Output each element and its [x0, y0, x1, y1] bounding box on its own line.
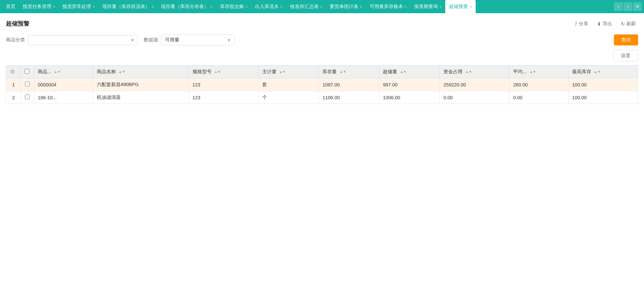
nav-item-home[interactable]: 首页 [2, 0, 19, 13]
category-filter-group: 商品分类 ▾ [6, 35, 138, 45]
col-unit[interactable]: 主计量 ▲▼ [258, 66, 319, 78]
row-checkbox[interactable] [25, 82, 30, 86]
nav-item-overstock[interactable]: 超储预警 × [445, 0, 475, 13]
unit: 个 [258, 91, 319, 104]
datasource-label: 数据源 [144, 37, 158, 43]
sort-icon-spec: ▲▼ [214, 70, 221, 74]
data-table: ⚙ 商品... ▲▼ 商品名称 ▲▼ 规格型号 ▲▼ 主计 [6, 65, 638, 104]
table-header-row: ⚙ 商品... ▲▼ 商品名称 ▲▼ 规格型号 ▲▼ 主计 [6, 66, 638, 78]
table-body: 1 0000004 六配套新昌490BPG 123 套 1097.00 997.… [6, 78, 638, 104]
sort-icon-max-stock: ▲▼ [594, 70, 601, 74]
stock: 1097.00 [319, 78, 379, 91]
filter-row: 商品分类 ▾ 数据源 可用量 ▾ 查询 [6, 34, 638, 45]
filter-actions: 查询 [614, 34, 638, 45]
row-checkbox[interactable] [25, 94, 30, 99]
nav-item-batch[interactable]: 库存批次账 × [216, 0, 251, 13]
col-overstock[interactable]: 超储量 ▲▼ [379, 66, 440, 78]
overstock: 1006.00 [379, 91, 440, 104]
share-button[interactable]: ⤴ 分享 [572, 19, 590, 29]
close-icon-task[interactable]: × [53, 4, 55, 9]
page-actions: ⤴ 分享 ⬇ 导出 ↻ 刷新 [572, 19, 638, 29]
product-code: 0000004 [34, 78, 93, 91]
close-icon-summary[interactable]: × [320, 4, 322, 9]
share-icon: ⤴ [575, 21, 577, 27]
nav-item-task[interactable]: 拣货任务管理 × [19, 0, 59, 13]
query-button[interactable]: 查询 [614, 34, 638, 45]
page-header: 超储预警 ⤴ 分享 ⬇ 导出 ↻ 刷新 [6, 19, 638, 29]
row-checkbox-cell [21, 78, 34, 91]
top-nav: 首页 拣货任务管理 × 拣货异常处理 × 现存量（库存状况表） × 现存量（库存… [0, 0, 644, 13]
category-select[interactable]: ▾ [28, 35, 138, 45]
refresh-icon: ↻ [621, 21, 625, 27]
col-checkbox [21, 66, 34, 78]
close-icon-stock-status[interactable]: × [151, 4, 154, 9]
close-icon-abnormal[interactable]: × [92, 4, 95, 9]
avg: 260.00 [509, 78, 568, 91]
nav-item-stock-dist[interactable]: 现存量（库存分布表） × [157, 0, 216, 13]
select-all-checkbox[interactable] [25, 69, 29, 74]
table-row: 2 186-10... 机油滤清器 123 个 1106.00 1006.00 … [6, 91, 638, 104]
chevron-down-icon-ds: ▾ [228, 37, 230, 43]
page-title: 超储预警 [6, 20, 29, 28]
nav-arrows: ‹ › ✕ [614, 2, 642, 11]
table-row: 1 0000004 六配套新昌490BPG 123 套 1097.00 997.… [6, 78, 638, 91]
close-icon-overstock[interactable]: × [469, 4, 472, 9]
product-code: 186-10... [34, 91, 93, 104]
datasource-value: 可用量 [165, 37, 179, 43]
nav-item-summary[interactable]: 收发存汇总表 × [286, 0, 326, 13]
sort-icon-avg: ▲▼ [530, 70, 536, 74]
col-settings: ⚙ [6, 66, 21, 78]
col-spec[interactable]: 规格型号 ▲▼ [189, 66, 258, 78]
col-product-code[interactable]: 商品... ▲▼ [34, 66, 93, 78]
stock: 1106.00 [319, 91, 379, 104]
close-icon-stock-dist[interactable]: × [210, 4, 212, 9]
page-content: 超储预警 ⤴ 分享 ⬇ 导出 ↻ 刷新 商品分类 ▾ 数据源 [0, 13, 644, 293]
nav-item-expiry[interactable]: 保质期查询 × [410, 0, 445, 13]
col-avg[interactable]: 平均... ▲▼ [509, 66, 568, 78]
nav-item-order-stat[interactable]: 要货单统计表 × [326, 0, 366, 13]
refresh-button[interactable]: ↻ 刷新 [619, 19, 638, 29]
max-stock: 100.00 [568, 78, 638, 91]
col-max-stock[interactable]: 最高库存 ▲▼ [568, 66, 638, 78]
nav-item-available[interactable]: 可用量库存账本 × [366, 0, 410, 13]
nav-next-button[interactable]: › [623, 2, 632, 11]
datasource-filter-group: 数据源 可用量 ▾ [144, 34, 234, 45]
product-name: 机油滤清器 [93, 91, 189, 104]
datasource-select[interactable]: 可用量 ▾ [161, 34, 234, 45]
col-capital[interactable]: 资金占用 ▲▼ [440, 66, 509, 78]
spec: 123 [189, 91, 258, 104]
close-icon-order-stat[interactable]: × [360, 4, 362, 9]
nav-close-button[interactable]: ✕ [633, 2, 642, 11]
unit: 套 [258, 78, 319, 91]
overstock: 997.00 [379, 78, 440, 91]
settings-gear-icon[interactable]: ⚙ [10, 68, 15, 75]
close-icon-expiry[interactable]: × [439, 4, 442, 9]
close-icon-available[interactable]: × [405, 4, 407, 9]
close-icon-inout[interactable]: × [280, 4, 282, 9]
product-name: 六配套新昌490BPG [93, 78, 189, 91]
capital: 259220.00 [440, 78, 509, 91]
row-num: 2 [6, 91, 21, 104]
col-stock[interactable]: 库存量 ▲▼ [319, 66, 379, 78]
row-num: 1 [6, 78, 21, 91]
spec: 123 [189, 78, 258, 91]
export-icon: ⬇ [597, 21, 601, 27]
nav-item-stock-status[interactable]: 现存量（库存状况表） × [99, 0, 157, 13]
capital: 0.00 [440, 91, 509, 104]
nav-item-inout[interactable]: 出入库流水 × [251, 0, 286, 13]
col-product-name[interactable]: 商品名称 ▲▼ [93, 66, 189, 78]
category-label: 商品分类 [6, 37, 25, 43]
close-icon-batch[interactable]: × [245, 4, 248, 9]
sort-icon-code: ▲▼ [54, 70, 61, 74]
sort-icon-stock: ▲▼ [340, 70, 346, 74]
chevron-down-icon: ▾ [131, 37, 134, 43]
sort-icon-name: ▲▼ [118, 70, 125, 74]
sort-icon-unit: ▲▼ [279, 70, 286, 74]
settings-button[interactable]: 设置 [613, 50, 638, 62]
nav-prev-button[interactable]: ‹ [614, 2, 623, 11]
avg: 0.00 [509, 91, 568, 104]
export-button[interactable]: ⬇ 导出 [595, 19, 614, 29]
sort-icon-capital: ▲▼ [465, 70, 472, 74]
nav-item-abnormal[interactable]: 拣货异常处理 × [59, 0, 98, 13]
sort-icon-overstock: ▲▼ [400, 70, 407, 74]
